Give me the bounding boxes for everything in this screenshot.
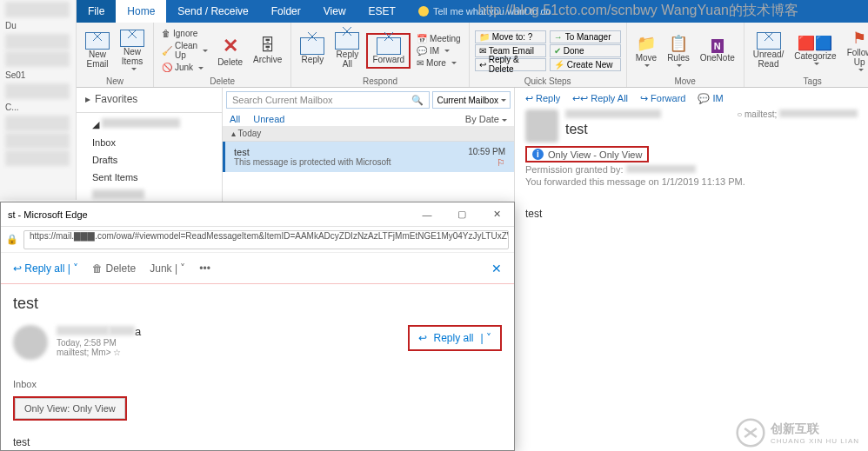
owa-sender: a	[57, 325, 141, 338]
rules-button[interactable]: 📋Rules	[664, 32, 693, 70]
owa-delete[interactable]: 🗑 Delete	[92, 262, 136, 275]
unread-button[interactable]: Unread/ Read	[750, 30, 788, 70]
owa-folder: Inbox	[13, 379, 502, 389]
tab-home[interactable]: Home	[116, 0, 166, 23]
permission-banner: i Only View - Only View	[525, 146, 649, 162]
envelope-icon	[757, 32, 781, 50]
message-item[interactable]: test This message is protected with Micr…	[223, 142, 514, 172]
meeting-button[interactable]: 📅 Meeting	[414, 33, 464, 44]
reading-pane: ↩ Reply ↩↩ Reply All ↪ Forward 💬 IM test…	[515, 88, 868, 451]
junk-button[interactable]: 🚫 Junk	[159, 62, 210, 73]
tab-view[interactable]: View	[312, 0, 357, 23]
edge-titlebar[interactable]: st - Microsoft Edge — ▢ ✕	[1, 202, 514, 227]
edge-window: st - Microsoft Edge — ▢ ✕ 🔒 https://mail…	[0, 202, 515, 451]
group-label: Move	[632, 76, 738, 87]
maximize-button[interactable]: ▢	[444, 202, 479, 227]
ribbon-toolbar: New Email New Items New 🗑 Ignore 🧹 Clean…	[77, 23, 868, 88]
group-quick-steps: 📁 Move to: ? ✉ Team Email ↩ Reply & Dele…	[470, 23, 627, 87]
new-items-button[interactable]: New Items	[117, 28, 148, 73]
flag-icon[interactable]: ⚐	[497, 157, 505, 169]
filter-unread[interactable]: Unread	[253, 114, 284, 124]
owa-to: mailtest; Mm> ☆	[57, 348, 141, 357]
group-today[interactable]: ▴ Today	[223, 126, 514, 142]
contact-se01[interactable]: Se01	[0, 69, 76, 82]
reply-button[interactable]: Reply	[297, 36, 328, 66]
categorize-button[interactable]: 🟥🟦Categorize	[791, 33, 839, 68]
blur-item	[5, 133, 70, 149]
owa-reply-all[interactable]: ↩ Reply all | ˅	[13, 262, 78, 275]
blur-item	[5, 2, 70, 17]
im-link[interactable]: 💬 IM	[698, 93, 723, 104]
search-scope-dropdown[interactable]: Current Mailbox	[432, 91, 511, 109]
reply-link[interactable]: ↩ Reply	[525, 93, 560, 104]
nav-sent[interactable]: Sent Items	[77, 169, 222, 186]
delete-button[interactable]: ✕Delete	[214, 33, 246, 69]
reading-body: test	[525, 208, 858, 220]
archive-button[interactable]: 🗄Archive	[250, 35, 285, 66]
contact-c[interactable]: C...	[0, 101, 76, 114]
owa-junk[interactable]: Junk | ˅	[150, 262, 185, 275]
categorize-icon: 🟥🟦	[798, 35, 832, 51]
more-button[interactable]: ✉ More	[414, 57, 464, 69]
nav-inbox[interactable]: Inbox	[77, 134, 222, 151]
close-button[interactable]: ✕	[479, 202, 514, 227]
mailbox-header[interactable]: ◢	[77, 115, 222, 134]
forward-info: You forwarded this message on 1/1/2019 1…	[525, 176, 858, 187]
move-button[interactable]: 📁Move	[632, 32, 660, 70]
owa-close[interactable]: ✕	[491, 262, 502, 275]
reply-all-icon	[335, 32, 359, 50]
group-label: Delete	[159, 76, 285, 87]
sort-dropdown[interactable]: By Date	[465, 114, 507, 124]
flag-icon: ⚑	[852, 29, 866, 48]
group-respond: Reply Reply All Forward 📅 Meeting 💬 IM ✉…	[291, 23, 469, 87]
onenote-icon: N	[711, 39, 724, 53]
window-title: st - Microsoft Edge	[8, 209, 88, 220]
reply-all-button[interactable]: Reply All	[331, 30, 363, 70]
new-email-button[interactable]: New Email	[82, 30, 113, 70]
archive-icon: 🗄	[260, 36, 276, 55]
tab-eset[interactable]: ESET	[357, 0, 407, 23]
tab-send-receive[interactable]: Send / Receive	[166, 0, 259, 23]
permission-granted: Permission granted by:	[525, 164, 858, 175]
group-new: New Email New Items New	[77, 23, 154, 87]
envelope-icon	[85, 32, 110, 50]
tab-folder[interactable]: Folder	[260, 0, 312, 23]
owa-permission-label: Only View: Only View	[15, 398, 125, 419]
cleanup-button[interactable]: 🧹 Clean Up	[159, 40, 210, 61]
forward-link[interactable]: ↪ Forward	[640, 93, 685, 104]
owa-permission-highlight: Only View: Only View	[13, 396, 127, 421]
minimize-button[interactable]: —	[410, 202, 444, 227]
contact-du[interactable]: Du	[0, 19, 76, 32]
address-bar[interactable]: https://mail.▇▇▇.com/owa/#viewmodel=Read…	[23, 230, 509, 249]
owa-reply-all-button[interactable]: ↩ Reply all | ˅	[408, 325, 502, 351]
group-label: Respond	[297, 76, 463, 87]
qs-tomgr[interactable]: → To Manager	[550, 30, 621, 43]
followup-button[interactable]: ⚑Follow Up	[844, 27, 868, 74]
ignore-button[interactable]: 🗑 Ignore	[159, 28, 210, 39]
watermark-text: http://blog.51cto.com/scnbwy WangYuan的技术…	[478, 2, 798, 20]
contacts-sidebar: Du Se01 C...	[0, 0, 77, 200]
message-preview: This message is protected with Microsoft	[234, 157, 505, 167]
reply-all-link[interactable]: ↩↩ Reply All	[572, 93, 628, 104]
tab-file[interactable]: File	[77, 0, 116, 23]
message-time: 10:59 PM	[468, 147, 505, 156]
nav-drafts[interactable]: Drafts	[77, 151, 222, 169]
qs-moveto[interactable]: 📁 Move to: ?	[475, 30, 546, 43]
qs-replydel[interactable]: ↩ Reply & Delete	[475, 58, 546, 71]
group-tags: Unread/ Read 🟥🟦Categorize ⚑Follow Up Tag…	[744, 23, 868, 87]
owa-subject: test	[13, 295, 502, 313]
qs-done[interactable]: ✔ Done	[550, 44, 621, 57]
bulb-icon	[418, 6, 429, 17]
info-icon: i	[532, 149, 544, 160]
blur-item	[5, 150, 70, 166]
im-button[interactable]: 💬 IM	[414, 45, 464, 56]
forward-button[interactable]: Forward	[369, 36, 408, 66]
favorites-header[interactable]: ▸Favorites	[77, 88, 222, 110]
search-icon: 🔍	[411, 95, 424, 106]
x-icon: ✕	[223, 35, 238, 57]
search-mailbox-input[interactable]: Search Current Mailbox🔍	[226, 91, 430, 109]
onenote-button[interactable]: NOneNote	[697, 37, 738, 64]
owa-more[interactable]: •••	[199, 262, 210, 275]
qs-create[interactable]: ⚡ Create New	[550, 58, 621, 71]
sender-avatar	[525, 109, 558, 143]
